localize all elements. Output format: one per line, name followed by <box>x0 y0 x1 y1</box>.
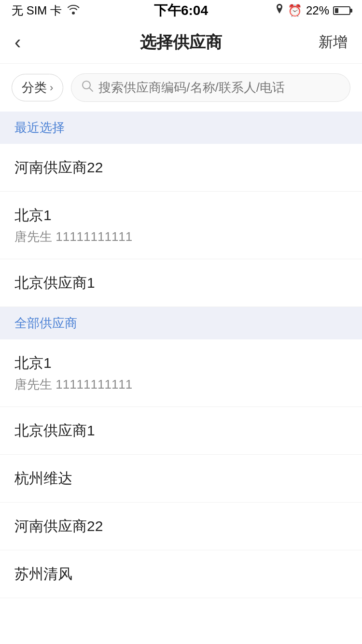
all-section-label: 全部供应商 <box>14 316 77 330</box>
item-name: 苏州清风 <box>14 564 348 584</box>
all-section-header: 全部供应商 <box>0 307 362 339</box>
wifi-icon <box>67 4 80 17</box>
add-button[interactable]: 新增 <box>319 32 348 52</box>
list-item[interactable]: 北京1唐先生 11111111111 <box>0 339 362 407</box>
search-box[interactable] <box>71 73 350 102</box>
svg-line-1 <box>89 88 93 91</box>
carrier-label: 无 SIM 卡 <box>12 3 62 18</box>
back-button[interactable]: ‹ <box>14 31 43 53</box>
list-item[interactable]: 北京供应商1 <box>0 259 362 307</box>
search-area: 分类 › <box>0 64 362 112</box>
search-icon <box>81 80 94 96</box>
nav-bar: ‹ 选择供应商 新增 <box>0 21 362 64</box>
battery-icon <box>333 6 350 15</box>
category-label: 分类 <box>22 79 47 96</box>
page-title: 选择供应商 <box>140 31 222 54</box>
item-name: 河南供应商22 <box>14 516 348 536</box>
item-sub: 唐先生 11111111111 <box>14 228 348 245</box>
item-name: 北京供应商1 <box>14 273 348 293</box>
all-items-list: 北京1唐先生 11111111111北京供应商1杭州维达河南供应商22苏州清风 <box>0 339 362 598</box>
list-item[interactable]: 北京1唐先生 11111111111 <box>0 192 362 259</box>
status-bar-left: 无 SIM 卡 <box>12 3 80 18</box>
chevron-icon: › <box>50 82 53 94</box>
location-icon <box>275 4 284 17</box>
category-button[interactable]: 分类 › <box>12 74 63 101</box>
status-bar-time: 下午6:04 <box>154 1 208 20</box>
list-item[interactable]: 杭州维达 <box>0 455 362 503</box>
list-item[interactable]: 北京供应商1 <box>0 407 362 455</box>
item-name: 北京1 <box>14 353 348 373</box>
item-name: 河南供应商22 <box>14 157 348 178</box>
item-name: 北京1 <box>14 205 348 225</box>
item-name: 北京供应商1 <box>14 420 348 441</box>
recent-section-header: 最近选择 <box>0 112 362 144</box>
search-input[interactable] <box>98 80 340 95</box>
status-bar: 无 SIM 卡 下午6:04 ⏰ 22% <box>0 0 362 21</box>
alarm-icon: ⏰ <box>288 4 302 17</box>
list-item[interactable]: 河南供应商22 <box>0 503 362 550</box>
list-item[interactable]: 苏州清风 <box>0 550 362 598</box>
recent-section-label: 最近选择 <box>14 120 65 135</box>
item-name: 杭州维达 <box>14 468 348 489</box>
battery-percentage: 22% <box>306 4 329 17</box>
item-sub: 唐先生 11111111111 <box>14 376 348 393</box>
list-item[interactable]: 河南供应商22 <box>0 144 362 192</box>
recent-items-list: 河南供应商22北京1唐先生 11111111111北京供应商1 <box>0 144 362 307</box>
status-bar-right: ⏰ 22% <box>275 4 350 17</box>
